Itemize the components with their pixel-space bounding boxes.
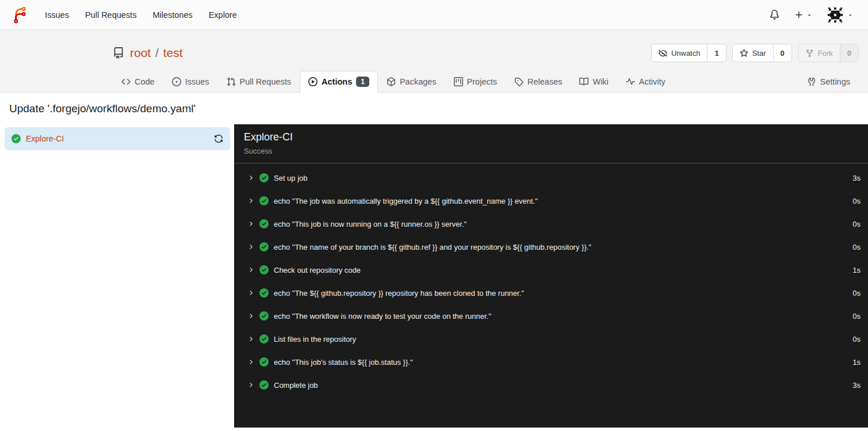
repo-name-link[interactable]: test — [163, 46, 183, 59]
project-board-icon — [454, 77, 463, 86]
code-icon — [121, 77, 131, 86]
run-body: Explore-CI Explore-CI Success Set up job… — [0, 124, 868, 428]
issue-opened-icon — [172, 77, 181, 86]
step-row[interactable]: echo "This job is now running on a ${{ r… — [234, 212, 868, 235]
chevron-right-icon — [247, 335, 254, 342]
step-name: echo "The ${{ github.repository }} repos… — [274, 289, 847, 297]
check-circle-icon — [259, 173, 269, 182]
fork-button: Fork — [798, 44, 840, 62]
repo-action-buttons: Unwatch 1 Star 0 Fork 0 — [651, 44, 859, 62]
fork-icon — [805, 49, 814, 58]
step-name: Complete job — [274, 381, 847, 390]
run-title: Update '.forgejo/workflows/demo.yaml' — [9, 102, 859, 115]
chevron-right-icon — [247, 382, 254, 388]
step-duration: 0s — [852, 312, 861, 321]
step-row[interactable]: Complete job 3s — [234, 373, 868, 396]
fork-button-group: Fork 0 — [798, 44, 859, 62]
run-title-section: Update '.forgejo/workflows/demo.yaml' — [0, 93, 868, 124]
chevron-right-icon — [247, 243, 254, 250]
step-row[interactable]: Set up job 3s — [234, 166, 868, 189]
step-name: echo "The name of your branch is ${{ git… — [274, 243, 847, 251]
tab-wiki[interactable]: Wiki — [571, 71, 617, 92]
unwatch-button[interactable]: Unwatch — [652, 44, 708, 62]
steps-list: Set up job 3s echo "The job was automati… — [234, 163, 868, 396]
nav-right — [764, 2, 859, 28]
step-row[interactable]: echo "The name of your branch is ${{ git… — [234, 235, 868, 258]
tab-issues[interactable]: Issues — [163, 71, 218, 92]
tab-packages[interactable]: Packages — [378, 71, 445, 92]
job-sidebar: Explore-CI — [0, 124, 234, 428]
chevron-down-icon — [847, 12, 853, 18]
step-name: Check out repository code — [274, 266, 847, 274]
step-name: echo "The job was automatically triggere… — [274, 197, 847, 205]
repo-owner-link[interactable]: root — [130, 46, 151, 59]
stars-count[interactable]: 0 — [773, 44, 791, 62]
step-name: echo "This job's status is ${{ job.statu… — [274, 358, 847, 367]
rerun-sync-icon[interactable] — [214, 134, 223, 143]
package-icon — [387, 77, 396, 86]
eye-closed-icon — [659, 49, 667, 58]
top-navbar: Issues Pull Requests Milestones Explore — [0, 0, 868, 30]
tag-icon — [514, 77, 523, 86]
step-duration: 0s — [852, 289, 861, 297]
repo-separator: / — [155, 46, 159, 59]
check-circle-icon — [12, 134, 21, 143]
avatar — [827, 7, 843, 23]
repo-title: root / test — [113, 46, 183, 60]
step-duration: 0s — [852, 197, 861, 205]
step-duration: 0s — [852, 243, 861, 251]
actions-count-badge: 1 — [356, 77, 369, 87]
step-row[interactable]: echo "The job was automatically triggere… — [234, 189, 868, 212]
nav-link-explore[interactable]: Explore — [201, 0, 245, 30]
job-item-explore-ci[interactable]: Explore-CI — [5, 127, 230, 150]
user-menu-dropdown[interactable] — [821, 2, 859, 28]
step-row[interactable]: List files in the repository 0s — [234, 327, 868, 350]
step-duration: 0s — [852, 335, 861, 344]
plus-icon — [794, 10, 804, 20]
star-button[interactable]: Star — [733, 44, 773, 62]
repo-icon — [113, 47, 124, 59]
chevron-right-icon — [247, 266, 254, 273]
watchers-count[interactable]: 1 — [707, 44, 725, 62]
log-job-status: Success — [244, 147, 858, 155]
tab-projects[interactable]: Projects — [445, 71, 506, 92]
check-circle-icon — [259, 311, 269, 321]
log-header: Explore-CI Success — [234, 124, 868, 163]
create-new-dropdown[interactable] — [789, 6, 818, 24]
check-circle-icon — [259, 242, 269, 251]
tab-pull-requests[interactable]: Pull Requests — [218, 71, 300, 92]
tab-settings[interactable]: Settings — [798, 71, 859, 92]
step-row[interactable]: echo "This job's status is ${{ job.statu… — [234, 350, 868, 373]
step-duration: 3s — [852, 174, 861, 182]
repo-tabs: Code Issues Pull Requests Actions 1 Pack… — [0, 70, 868, 92]
log-panel: Explore-CI Success Set up job 3s echo "T… — [234, 124, 868, 428]
step-row[interactable]: echo "The ${{ github.repository }} repos… — [234, 281, 868, 304]
job-name: Explore-CI — [26, 134, 209, 143]
tools-icon — [807, 77, 816, 86]
tab-actions[interactable]: Actions 1 — [300, 71, 378, 93]
tab-releases[interactable]: Releases — [506, 71, 571, 92]
check-circle-icon — [259, 380, 269, 390]
step-name: List files in the repository — [274, 335, 847, 344]
step-name: Set up job — [274, 174, 847, 182]
forgejo-logo-icon[interactable] — [12, 6, 29, 24]
forks-count: 0 — [840, 44, 858, 62]
tab-code[interactable]: Code — [113, 71, 163, 92]
step-row[interactable]: echo "The workflow is now ready to test … — [234, 304, 868, 327]
chevron-right-icon — [247, 197, 254, 204]
nav-link-milestones[interactable]: Milestones — [144, 0, 200, 30]
step-row[interactable]: Check out repository code 1s — [234, 258, 868, 281]
tab-activity[interactable]: Activity — [617, 71, 674, 92]
step-duration: 3s — [852, 381, 861, 390]
step-duration: 0s — [852, 220, 861, 228]
check-circle-icon — [259, 196, 269, 205]
step-duration: 1s — [852, 358, 861, 367]
step-duration: 1s — [852, 266, 861, 274]
chevron-right-icon — [247, 358, 254, 365]
star-icon — [740, 49, 748, 58]
star-button-group: Star 0 — [732, 44, 792, 62]
nav-link-issues[interactable]: Issues — [37, 0, 77, 30]
notifications-bell-icon[interactable] — [764, 5, 785, 24]
chevron-right-icon — [247, 220, 254, 227]
nav-link-pull-requests[interactable]: Pull Requests — [77, 0, 144, 30]
